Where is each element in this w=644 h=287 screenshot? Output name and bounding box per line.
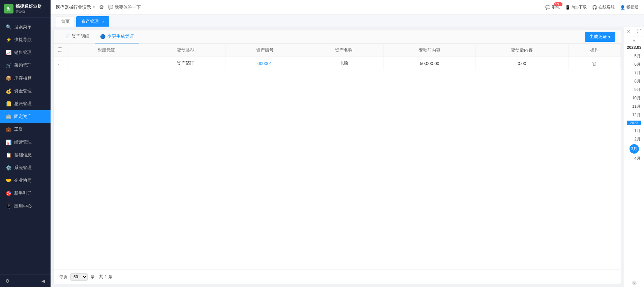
sidebar-item-inventory[interactable]: 📦 库存核算 [0, 72, 51, 85]
sidebar-item-purchase[interactable]: 🛒 采购管理 [0, 59, 51, 72]
sidebar: 财 畅捷通好业财 普及版 🔍 搜索菜单 ⚡ 快捷导航 📈 销售管理 🛒 采购管理… [0, 0, 51, 287]
collapse-icon[interactable]: ◀ [41, 278, 45, 284]
app-download-icon: 📱 [565, 5, 570, 10]
user-button[interactable]: 👤 畅捷通 [620, 4, 639, 10]
app-download-button[interactable]: 📱 App下载 [565, 4, 587, 10]
month-item-2[interactable]: 2月 [624, 135, 644, 144]
sidebar-item-quicknav[interactable]: ⚡ 快捷导航 [0, 33, 51, 46]
sidebar-label-fixed: 固定资产 [14, 114, 32, 120]
header-name: 资产名称 [304, 44, 384, 57]
system-icon: ⚙️ [5, 165, 11, 170]
detail-tab-icon: 📄 [64, 34, 70, 39]
sales-icon: 📈 [5, 50, 11, 55]
salary-icon: 💼 [5, 127, 11, 132]
settings-bottom-icon[interactable]: ⚙ [5, 278, 10, 284]
sidebar-item-system[interactable]: ⚙️ 系统管理 [0, 161, 51, 174]
settings-icon[interactable]: ⚙ [99, 4, 104, 10]
month-item-11[interactable]: 11月 [624, 102, 644, 111]
scroll-up-button[interactable]: ▲ [624, 36, 644, 44]
sidebar-item-salary[interactable]: 💼 工资 [0, 123, 51, 136]
month-item-1[interactable]: 1月 [624, 127, 644, 135]
row-checkbox-cell [54, 57, 67, 70]
apps-icon: 📱 [5, 203, 11, 209]
header-after: 变动后内容 [476, 44, 568, 57]
sidebar-item-ledger[interactable]: 📒 总账管理 [0, 97, 51, 110]
logo-icon: 财 [4, 4, 13, 13]
header-before: 变动前内容 [384, 44, 476, 57]
sidebar-item-search[interactable]: 🔍 搜索菜单 [0, 21, 51, 33]
guide-icon: 🎯 [5, 191, 11, 196]
company-selector[interactable]: 医疗器械行业演示 ▾ [56, 4, 95, 10]
enterprise-icon: 🤝 [5, 178, 11, 183]
delete-row-button[interactable]: 🗑 [592, 61, 597, 66]
tab-asset[interactable]: 资产管理 × [76, 16, 109, 27]
asset-table: 对应凭证 变动类型 资产编号 资产名称 变动前内容 变动后内容 操作 [54, 44, 621, 70]
sidebar-label-purchase: 采购管理 [14, 62, 32, 68]
month-item-4[interactable]: 4月 [624, 154, 644, 163]
purchase-icon: 🛒 [5, 63, 11, 68]
row-before: 50,000.00 [384, 57, 476, 70]
customer-service-button[interactable]: 🎧 在线客服 [592, 4, 615, 10]
sidebar-item-enterprise[interactable]: 🤝 企业协同 [0, 174, 51, 187]
sidebar-item-operations[interactable]: 📊 经营管理 [0, 136, 51, 149]
sidebar-label-funds: 资金管理 [14, 88, 32, 94]
month-list: 5月 6月 7月 8月 9月 10月 11月 12月 2023 1月 2月 3月… [624, 51, 644, 279]
per-page-label: 每页 [59, 274, 68, 280]
header-voucher: 对应凭证 [67, 44, 146, 57]
sidebar-item-base[interactable]: 📋 基础信息 [0, 149, 51, 161]
dropdown-arrow-icon: ▾ [608, 34, 611, 39]
sidebar-label-salary: 工资 [14, 126, 23, 132]
content-area: 📄 资产明细 🔵 变更生成凭证 生成凭证 ▾ [51, 27, 644, 287]
month-item-10[interactable]: 10月 [624, 94, 644, 102]
expand-panel-icon[interactable]: ⛶ [637, 29, 641, 34]
sidebar-item-guide[interactable]: 🎯 新手引导 [0, 187, 51, 200]
sub-tab-voucher[interactable]: 🔵 变更生成凭证 [95, 30, 139, 43]
sidebar-item-funds[interactable]: 💰 资金管理 [0, 85, 51, 97]
month-item-5[interactable]: 5月 [624, 52, 644, 60]
month-item-7[interactable]: 7月 [624, 69, 644, 77]
feedback-text: 我要体验一下 [115, 4, 141, 10]
panel-year-label: 2023.03 [624, 44, 644, 51]
tab-asset-close[interactable]: × [102, 20, 104, 24]
message-button[interactable]: 💬 消息 99+ [545, 4, 560, 10]
header-right: 💬 消息 99+ 📱 App下载 🎧 在线客服 👤 畅捷通 [545, 4, 639, 10]
select-all-checkbox[interactable] [58, 47, 62, 52]
month-item-12[interactable]: 12月 [624, 111, 644, 119]
row-checkbox[interactable] [58, 61, 62, 65]
tab-home-label: 首页 [61, 19, 70, 25]
month-item-9[interactable]: 9月 [624, 86, 644, 94]
search-nav-icon: 🔍 [5, 24, 11, 30]
scroll-down-button[interactable] [624, 279, 644, 287]
sidebar-label-inventory: 库存核算 [14, 75, 32, 81]
user-avatar: 👤 [620, 5, 625, 10]
feedback-icon: 💬 [108, 5, 113, 10]
per-page-select[interactable]: 10 20 50 100 [70, 273, 88, 281]
sub-tab-detail-label: 资产明细 [72, 33, 89, 39]
sub-tab-detail[interactable]: 📄 资产明细 [59, 30, 95, 43]
customer-service-label: 在线客服 [599, 4, 615, 10]
quicknav-icon: ⚡ [5, 37, 11, 42]
sidebar-item-apps[interactable]: 📱 应用中心 [0, 200, 51, 213]
header-checkbox-cell [54, 44, 67, 57]
tab-home[interactable]: 首页 [56, 16, 75, 27]
header: 医疗器械行业演示 ▾ ⚙ 💬 我要体验一下 💬 消息 99+ 📱 App下载 🎧… [51, 0, 644, 15]
pagination: 每页 10 20 50 100 条，共 1 条 [54, 269, 621, 284]
header-type: 变动类型 [146, 44, 225, 57]
month-item-8[interactable]: 8月 [624, 77, 644, 86]
month-item-6[interactable]: 6月 [624, 60, 644, 69]
sidebar-logo: 财 畅捷通好业财 普及版 [0, 0, 51, 18]
chevron-down-icon: ▾ [93, 5, 95, 9]
month-item-3-current[interactable]: 3月 [630, 144, 639, 154]
header-action: 操作 [568, 44, 620, 57]
sidebar-nav: 🔍 搜索菜单 ⚡ 快捷导航 📈 销售管理 🛒 采购管理 📦 库存核算 💰 资金管… [0, 18, 51, 275]
sidebar-label-sales: 销售管理 [14, 50, 32, 56]
sidebar-item-sales[interactable]: 📈 销售管理 [0, 46, 51, 59]
app-download-label: App下载 [572, 4, 587, 10]
feedback-button[interactable]: 💬 我要体验一下 [108, 4, 141, 10]
generate-voucher-button[interactable]: 生成凭证 ▾ [585, 32, 615, 42]
ledger-icon: 📒 [5, 101, 11, 106]
customer-service-icon: 🎧 [592, 5, 597, 10]
sidebar-item-fixed[interactable]: 🏢 固定资产 [0, 110, 51, 123]
close-panel-icon[interactable]: ✕ [627, 29, 631, 34]
tab-asset-label: 资产管理 [81, 19, 99, 25]
